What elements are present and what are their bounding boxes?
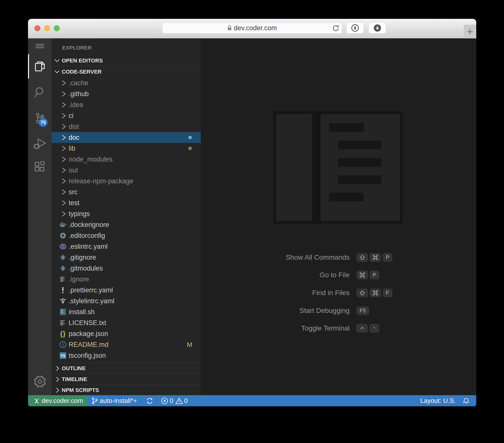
svg-text:TS: TS (60, 354, 65, 358)
